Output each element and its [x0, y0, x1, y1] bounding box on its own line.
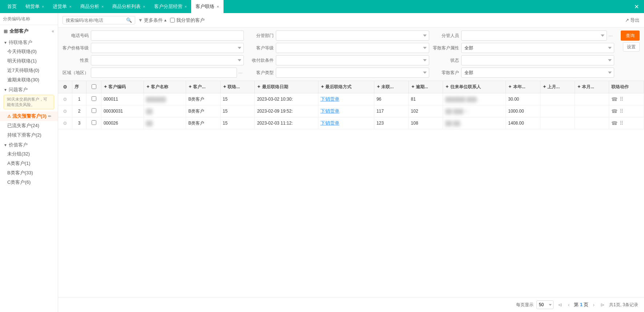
search-button[interactable]: 🔍	[126, 17, 132, 23]
filter-status: 状态	[433, 55, 614, 65]
row-gear[interactable]: ⚙	[58, 117, 72, 129]
row-gear[interactable]: ⚙	[58, 105, 72, 117]
last-method-link[interactable]: 下销货单	[321, 96, 339, 102]
close-tab-icon[interactable]: ×	[143, 4, 145, 9]
scatter-customer-select[interactable]: 全部	[461, 68, 614, 78]
phone-input[interactable]	[91, 31, 244, 41]
sidebar-item-label: 持续下滑客户(2)	[7, 132, 41, 138]
cell-overdue: 108	[408, 117, 443, 129]
sidebar-search-input[interactable]	[3, 16, 57, 21]
customer-grade-select[interactable]	[276, 43, 429, 53]
sidebar-item-0-2[interactable]: 近7天待联络(0)	[0, 66, 58, 75]
sidebar-item-0-3[interactable]: 逾期未联络(30)	[0, 75, 58, 85]
sidebar-item-2-1[interactable]: A类客户(1)	[0, 159, 58, 168]
cell-action[interactable]: ☎ ⠿	[609, 117, 644, 129]
gear-icon[interactable]: ⚙	[63, 84, 67, 90]
price-grade-select[interactable]	[91, 43, 244, 53]
page-next-button[interactable]: ›	[591, 301, 596, 308]
column-header-check[interactable]	[86, 81, 101, 93]
cell-last-method[interactable]: 下销货单	[318, 117, 374, 129]
dept-select[interactable]	[276, 31, 429, 41]
page-prev-button[interactable]: ‹	[567, 301, 571, 308]
status-select[interactable]	[461, 55, 614, 65]
nav-tab-商品分析[interactable]: 商品分析×	[76, 0, 108, 13]
phone-action-icon[interactable]: ☎	[611, 108, 617, 114]
phone-action-icon[interactable]: ☎	[611, 96, 617, 102]
nature-select[interactable]	[91, 55, 244, 65]
sidebar-item-2-0[interactable]: 未分组(32)	[0, 149, 58, 159]
scatter-attr-select[interactable]: 全部	[461, 43, 614, 53]
nav-tab-销货单[interactable]: 销货单×	[21, 0, 48, 13]
row-checkbox[interactable]	[92, 108, 96, 113]
cell-overdue: 102	[408, 105, 443, 117]
my-customer-checkbox[interactable]	[170, 18, 175, 23]
sidebar-group-1[interactable]: ▼问题客户	[0, 85, 58, 94]
my-customer-checkbox-label[interactable]: 我分管的客户	[170, 17, 205, 24]
action-icons-group: ☎ ⠿	[611, 96, 641, 102]
close-all-button[interactable]: ✕	[632, 3, 641, 10]
sidebar-item-1-2[interactable]: 持续下滑客户(2)	[0, 130, 58, 140]
sidebar-item-0-1[interactable]: 明天待联络(1)	[0, 56, 58, 66]
page-first-button[interactable]: ⊲	[556, 301, 564, 308]
cell-last-method[interactable]: 下销货单	[318, 105, 374, 117]
close-tab-icon[interactable]: ×	[217, 4, 219, 9]
row-gear[interactable]: ⚙	[58, 93, 72, 105]
cell-check[interactable]	[86, 117, 101, 129]
export-button[interactable]: ↗ 导出	[625, 17, 640, 24]
select-all-checkbox[interactable]	[92, 84, 96, 89]
sidebar-root-title[interactable]: ⊞ 全部客户 «	[0, 25, 58, 37]
nav-tab-首页[interactable]: 首页	[3, 0, 21, 13]
nav-tab-进货单[interactable]: 进货单×	[48, 0, 76, 13]
last-method-link[interactable]: 下销货单	[321, 108, 339, 114]
region-dots-icon[interactable]: ···	[237, 70, 244, 76]
sidebar-collapse-icon[interactable]: «	[52, 29, 54, 34]
phone-action-icon[interactable]: ☎	[611, 120, 617, 126]
close-tab-icon[interactable]: ×	[101, 4, 104, 9]
column-settings[interactable]: ⚙	[58, 81, 72, 93]
sidebar-item-1-0[interactable]: ⚠流失预警客户(3)✏	[0, 112, 58, 121]
region-label: 区域（地区）	[63, 70, 89, 76]
cell-check[interactable]	[86, 105, 101, 117]
close-tab-icon[interactable]: ×	[69, 4, 71, 9]
person-dots-icon[interactable]: ···	[607, 33, 614, 39]
sidebar-item-0-0[interactable]: 今天待联络(0)	[0, 47, 58, 56]
sidebar-item-2-2[interactable]: B类客户(33)	[0, 168, 58, 178]
nav-tab-客户联络[interactable]: 客户联络×	[191, 0, 223, 13]
page-last-button[interactable]: ⊳	[599, 301, 606, 308]
row-gear-icon[interactable]: ⚙	[63, 97, 67, 102]
more-action-icon[interactable]: ⠿	[620, 96, 623, 102]
contact-person-blurred: ██████ ███...	[445, 97, 480, 102]
row-gear-icon[interactable]: ⚙	[63, 121, 67, 126]
more-action-icon[interactable]: ⠿	[620, 108, 623, 114]
cell-action[interactable]: ☎ ⠿	[609, 105, 644, 117]
customer-name-blurred: ██	[146, 121, 153, 126]
close-tab-icon[interactable]: ×	[42, 4, 44, 9]
more-conditions-button[interactable]: ▼ 更多条件 ▲	[138, 17, 167, 24]
settings-button[interactable]: 设置	[623, 42, 640, 52]
group-arrow-icon: ▼	[4, 41, 7, 45]
nav-tab-商品分析列表[interactable]: 商品分析列表×	[108, 0, 149, 13]
nav-tab-客户分层经营[interactable]: 客户分层经营×	[150, 0, 191, 13]
column-header-seq: 序	[72, 81, 86, 93]
cell-check[interactable]	[86, 93, 101, 105]
per-page-select[interactable]: 50100200	[536, 300, 554, 309]
page-label: 第 1 页	[574, 301, 588, 308]
cell-last-method[interactable]: 下销货单	[318, 93, 374, 105]
more-action-icon[interactable]: ⠿	[620, 120, 623, 126]
region-input[interactable]	[91, 68, 237, 78]
cell-action[interactable]: ☎ ⠿	[609, 93, 644, 105]
sidebar-item-1-1[interactable]: 已流失客户(24)	[0, 121, 58, 130]
sidebar-group-2[interactable]: ▼价值客户	[0, 140, 58, 149]
row-checkbox[interactable]	[92, 120, 96, 125]
person-select[interactable]	[461, 31, 607, 41]
sidebar-group-0[interactable]: ▼待联络客户	[0, 37, 58, 47]
payment-select[interactable]	[276, 55, 429, 65]
customer-type-select[interactable]	[276, 68, 429, 78]
row-gear-icon[interactable]: ⚙	[63, 109, 67, 114]
close-tab-icon[interactable]: ×	[185, 4, 187, 9]
last-method-link[interactable]: 下销货单	[321, 120, 339, 126]
query-button[interactable]: 查询	[621, 31, 640, 41]
row-checkbox[interactable]	[92, 96, 96, 101]
sidebar-item-2-3[interactable]: C类客户(6)	[0, 178, 58, 187]
search-input[interactable]	[66, 18, 126, 23]
